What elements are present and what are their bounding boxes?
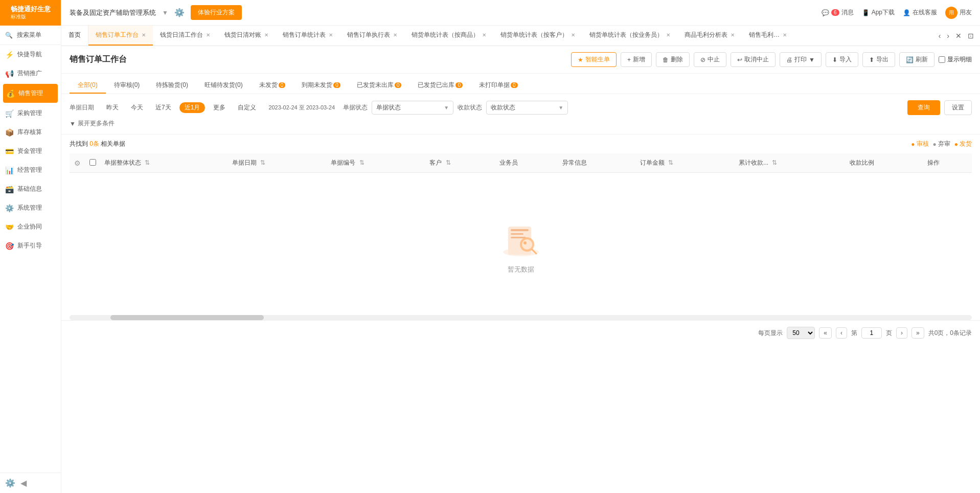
- sub-tab-all[interactable]: 全部(0): [70, 78, 106, 94]
- tab-cash-daily[interactable]: 钱货日清工作台 ✕: [153, 26, 217, 46]
- page-number-input[interactable]: [861, 327, 882, 339]
- tab-close-icon[interactable]: ✕: [206, 32, 210, 38]
- tab-close-icon[interactable]: ✕: [666, 32, 670, 38]
- empty-state: 暂无数据: [70, 173, 972, 315]
- sub-tab-not-printed[interactable]: 未打印单据0: [471, 78, 526, 94]
- tab-close-icon[interactable]: ✕: [329, 32, 333, 38]
- stop-button[interactable]: ⊘ 中止: [694, 52, 726, 67]
- tab-order-stats[interactable]: 销售订单统计表 ✕: [276, 26, 340, 46]
- tab-close-icon[interactable]: ✕: [482, 32, 486, 38]
- tab-home[interactable]: 首页: [61, 26, 88, 46]
- cancel-audit-action-btn[interactable]: ● 弃审: [933, 140, 950, 148]
- dropdown-arrow-icon[interactable]: ▼: [162, 9, 168, 16]
- add-button[interactable]: + 新增: [621, 52, 652, 67]
- smart-order-button[interactable]: ★ 智能生单: [571, 52, 617, 67]
- refresh-button[interactable]: 🔄 刷新: [899, 52, 935, 67]
- tab-goods-stats[interactable]: 销货单统计表（按商品） ✕: [404, 26, 493, 46]
- sort-icon[interactable]: ⇅: [668, 159, 673, 166]
- sub-tab-shipped-not-out[interactable]: 已发货未出库0: [349, 78, 410, 94]
- date-btn-today[interactable]: 今天: [127, 102, 147, 113]
- sidebar-item-purchase[interactable]: 🛒 采购管理: [0, 104, 61, 123]
- page-first-btn[interactable]: «: [819, 327, 832, 339]
- delete-button[interactable]: 🗑 删除: [656, 52, 690, 67]
- experience-button[interactable]: 体验行业方案: [191, 5, 242, 20]
- sidebar-item-quick-nav[interactable]: ⚡ 快捷导航: [0, 45, 61, 64]
- date-btn-7days[interactable]: 近7天: [151, 102, 175, 113]
- scrollbar-thumb[interactable]: [110, 315, 264, 320]
- table-settings-icon[interactable]: ⚙: [74, 159, 81, 167]
- settings-header-icon[interactable]: ⚙️: [174, 8, 185, 17]
- tab-customer-stats[interactable]: 销货单统计表（按客户） ✕: [493, 26, 582, 46]
- tab-sales-workbench[interactable]: 销售订单工作台 ✕: [88, 26, 153, 46]
- sidebar-item-inventory[interactable]: 📦 库存核算: [0, 123, 61, 142]
- tab-close-icon[interactable]: ✕: [783, 32, 787, 38]
- sidebar-item-operation[interactable]: 📊 经营管理: [0, 161, 61, 180]
- date-btn-more[interactable]: 更多: [209, 102, 230, 113]
- col-status: 单据整体状态 ⇅: [100, 153, 228, 173]
- online-service-btn[interactable]: 👤 在线客服: [903, 8, 937, 17]
- query-button[interactable]: 查询: [907, 100, 940, 115]
- print-button[interactable]: 🖨 打印 ▼: [780, 52, 822, 67]
- cancel-stop-button[interactable]: ↩ 取消中止: [731, 52, 776, 67]
- tab-next-btn[interactable]: ›: [945, 30, 951, 42]
- app-download-btn[interactable]: 📱 App下载: [862, 8, 895, 17]
- setting-button[interactable]: 设置: [944, 100, 972, 115]
- tab-close-icon[interactable]: ✕: [731, 32, 735, 38]
- sidebar-search[interactable]: 🔍 搜索菜单: [0, 26, 61, 45]
- tab-close-all-btn[interactable]: ✕: [953, 30, 964, 42]
- sub-tab-wangpu[interactable]: 旺铺待发货(0): [196, 78, 251, 94]
- show-detail-checkbox[interactable]: [939, 56, 945, 63]
- sort-icon[interactable]: ⇅: [446, 159, 451, 166]
- horizontal-scrollbar[interactable]: [70, 315, 972, 320]
- page-next-btn[interactable]: ›: [896, 327, 907, 339]
- sort-icon[interactable]: ⇅: [359, 159, 364, 166]
- sidebar-item-finance[interactable]: 💳 资金管理: [0, 142, 61, 161]
- sidebar-item-sales[interactable]: 💰 销售管理: [3, 84, 58, 103]
- show-detail-label[interactable]: 显示明细: [939, 55, 972, 64]
- sidebar-item-corp[interactable]: 🤝 企业协同: [0, 217, 61, 236]
- payment-select[interactable]: 收款状态 ▼: [486, 101, 568, 115]
- tab-close-icon[interactable]: ✕: [393, 32, 397, 38]
- export-button[interactable]: ⬆ 导出: [862, 52, 895, 67]
- sidebar-item-base[interactable]: 🗃️ 基础信息: [0, 180, 61, 198]
- status-select[interactable]: 单据状态 ▼: [372, 101, 453, 115]
- sub-tab-not-shipped[interactable]: 未发货0: [251, 78, 294, 94]
- page-last-btn[interactable]: »: [911, 327, 924, 339]
- sidebar-item-guide[interactable]: 🎯 新手引导: [0, 236, 61, 255]
- date-btn-1month[interactable]: 近1月: [179, 102, 206, 113]
- tab-prev-btn[interactable]: ‹: [937, 30, 943, 42]
- select-all-checkbox[interactable]: [89, 159, 96, 166]
- sidebar-item-marketing[interactable]: 📢 营销推广: [0, 64, 61, 83]
- sort-icon[interactable]: ⇅: [772, 159, 777, 166]
- import-button[interactable]: ⬇ 导入: [826, 52, 858, 67]
- ship-action-btn[interactable]: ● 发货: [954, 140, 972, 148]
- tab-close-icon[interactable]: ✕: [142, 32, 146, 38]
- sub-tab-pending-review[interactable]: 待审核(0): [106, 78, 148, 94]
- sub-tab-shipped-out[interactable]: 已发货已出库0: [409, 78, 471, 94]
- tab-expand-btn[interactable]: ⊡: [966, 30, 976, 42]
- sort-icon[interactable]: ⇅: [260, 159, 265, 166]
- date-btn-yesterday[interactable]: 昨天: [102, 102, 123, 113]
- tab-sales-margin[interactable]: 销售毛利… ✕: [742, 26, 794, 46]
- tab-reconciliation[interactable]: 钱货日清对账 ✕: [217, 26, 276, 46]
- date-btn-custom[interactable]: 自定义: [234, 102, 260, 113]
- page-prev-btn[interactable]: ‹: [836, 327, 847, 339]
- sub-tab-pending-pick[interactable]: 待拣验货(0): [148, 78, 196, 94]
- message-btn[interactable]: 💬 6 消息: [822, 8, 854, 17]
- expand-conditions-btn[interactable]: ▼ 展开更多条件: [70, 119, 972, 128]
- tab-close-icon[interactable]: ✕: [571, 32, 575, 38]
- page-size-select[interactable]: 10 20 50 100: [787, 327, 815, 339]
- sort-icon[interactable]: ⇅: [145, 159, 150, 166]
- settings-bottom-icon[interactable]: ⚙️: [5, 478, 15, 488]
- sidebar-item-system[interactable]: ⚙️ 系统管理: [0, 198, 61, 217]
- user-label: 用友: [960, 8, 972, 17]
- tab-order-exec[interactable]: 销售订单执行表 ✕: [340, 26, 404, 46]
- tab-close-icon[interactable]: ✕: [264, 32, 268, 38]
- audit-action-btn[interactable]: ● 审核: [911, 140, 928, 148]
- tab-salesperson-stats[interactable]: 销货单统计表（按业务员） ✕: [582, 26, 677, 46]
- user-btn[interactable]: 用 用友: [945, 7, 972, 19]
- sub-tab-overdue-ship[interactable]: 到期未发货0: [293, 78, 349, 94]
- collapse-icon[interactable]: ◀: [20, 478, 27, 488]
- tab-margin-analysis[interactable]: 商品毛利分析表 ✕: [677, 26, 742, 46]
- audit-dot: ●: [911, 141, 915, 148]
